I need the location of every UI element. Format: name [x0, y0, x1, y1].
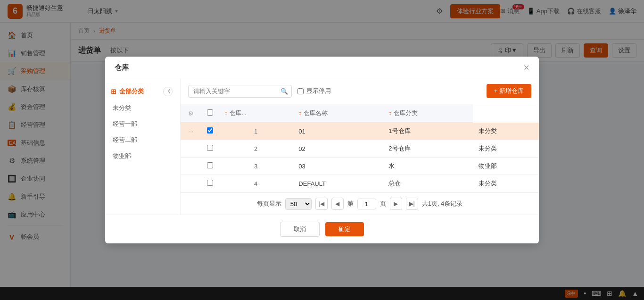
row-checkbox-2[interactable] — [207, 162, 213, 168]
row-num-3: 4 — [219, 175, 293, 192]
per-page-label: 每页显示 — [257, 200, 281, 208]
row-actions-2 — [181, 158, 201, 175]
row-num-0: 1 — [219, 123, 293, 140]
row-name-1: 2号仓库 — [383, 140, 473, 158]
col-name-header: ↕ 仓库名称 — [293, 104, 383, 123]
row-name-2: 水 — [383, 158, 473, 175]
row-check-3[interactable] — [201, 175, 219, 192]
grid-icon: ⊞ — [111, 88, 116, 95]
col-code-header: ↕ 仓库... — [219, 104, 293, 123]
modal-action-footer: 取消 确定 — [105, 215, 539, 243]
table-header-row: ⚙ ↕ 仓库... ↕ 仓库名称 — [181, 104, 539, 123]
row-code-2: 03 — [293, 158, 383, 175]
row-actions-1 — [181, 140, 201, 158]
next-page-btn[interactable]: ▶ — [390, 198, 402, 210]
col-category-label: 仓库分类 — [393, 109, 418, 117]
row-checkbox-3[interactable] — [207, 180, 213, 186]
sort-icon: ↕ — [224, 109, 228, 117]
col-name-sort-icon: ↕ — [298, 109, 302, 117]
modal-sidebar: ⊞ 全部分类 《 未分类 经营一部 经营二部 物业部 — [105, 78, 181, 215]
confirm-btn[interactable]: 确定 — [325, 222, 364, 236]
show-disabled-label: 显示停用 — [306, 87, 331, 95]
category-item-1[interactable]: 经营一部 — [105, 116, 180, 132]
row-checkbox-1[interactable] — [207, 145, 213, 151]
category-item-2[interactable]: 经营二部 — [105, 132, 180, 148]
row-code-0: 01 — [293, 123, 383, 140]
row-num-2: 3 — [219, 158, 293, 175]
total-info: 共1页, 4条记录 — [422, 200, 463, 208]
row-name-3: 总仓 — [383, 175, 473, 192]
collapse-btn[interactable]: 《 — [163, 87, 173, 96]
search-icon[interactable]: 🔍 — [281, 88, 288, 95]
show-disabled-checkbox[interactable]: 显示停用 — [297, 87, 331, 95]
category-label-2: 经营二部 — [113, 136, 137, 143]
cancel-btn[interactable]: 取消 — [280, 222, 320, 237]
row-name-0: 1号仓库 — [383, 123, 473, 140]
category-item-0[interactable]: 未分类 — [105, 100, 180, 116]
category-item-3[interactable]: 物业部 — [105, 148, 180, 164]
modal-content-area: 🔍 显示停用 + 新增仓库 ⚙ — [181, 78, 539, 215]
category-label-3: 物业部 — [113, 152, 131, 159]
gear-icon[interactable]: ⚙ — [188, 110, 194, 117]
table-row[interactable]: 3 03 水 物业部 — [181, 158, 539, 175]
all-category-item[interactable]: ⊞ 全部分类 《 — [105, 83, 180, 100]
page-number-input[interactable] — [357, 199, 376, 209]
row-category-3: 未分类 — [473, 175, 539, 192]
page-label: 第 — [347, 200, 354, 208]
modal-overlay[interactable]: 仓库 ✕ ⊞ 全部分类 《 未分类 经营一部 经营二部 — [0, 0, 644, 300]
modal-header: 仓库 ✕ — [105, 57, 539, 78]
col-category-header: ↕ 仓库分类 — [383, 104, 473, 123]
col-code-label: 仓库... — [229, 109, 247, 117]
row-check-0[interactable] — [201, 123, 219, 140]
search-input[interactable] — [188, 85, 292, 98]
table-row[interactable]: ··· 1 01 1号仓库 未分类 — [181, 123, 539, 140]
row-code-3: DEFAULT — [293, 175, 383, 192]
all-category-label: 全部分类 — [119, 87, 144, 96]
col-name-label: 仓库名称 — [303, 109, 328, 117]
add-warehouse-btn[interactable]: + 新增仓库 — [487, 84, 531, 98]
page-suffix: 页 — [380, 200, 386, 208]
modal-title: 仓库 — [115, 63, 129, 72]
search-wrap: 🔍 — [188, 85, 292, 98]
select-all-checkbox[interactable] — [207, 109, 213, 116]
category-label-0: 未分类 — [113, 104, 131, 111]
row-actions-3 — [181, 175, 201, 192]
row-check-1[interactable] — [201, 140, 219, 158]
row-check-2[interactable] — [201, 158, 219, 175]
row-actions-0: ··· — [181, 123, 201, 140]
row-num-1: 2 — [219, 140, 293, 158]
table-row[interactable]: 2 02 2号仓库 未分类 — [181, 140, 539, 158]
warehouse-modal: 仓库 ✕ ⊞ 全部分类 《 未分类 经营一部 经营二部 — [105, 57, 539, 243]
col-cat-sort-icon: ↕ — [388, 109, 392, 117]
col-gear: ⚙ — [181, 104, 201, 123]
row-checkbox-0[interactable] — [207, 127, 213, 133]
category-label-1: 经营一部 — [113, 120, 137, 127]
table-row[interactable]: 4 DEFAULT 总仓 未分类 — [181, 175, 539, 192]
modal-toolbar: 🔍 显示停用 + 新增仓库 — [181, 78, 539, 104]
first-page-btn[interactable]: |◀ — [315, 198, 328, 210]
last-page-btn[interactable]: ▶| — [406, 198, 418, 210]
col-checkbox — [201, 104, 219, 123]
per-page-select[interactable]: 50 20 100 — [285, 198, 312, 210]
row-category-2: 物业部 — [473, 158, 539, 175]
row-category-1: 未分类 — [473, 140, 539, 158]
row-code-1: 02 — [293, 140, 383, 158]
show-disabled-check[interactable] — [297, 88, 304, 94]
warehouse-table-wrap: ⚙ ↕ 仓库... ↕ 仓库名称 — [181, 104, 539, 192]
modal-close-btn[interactable]: ✕ — [523, 63, 529, 72]
row-category-0: 未分类 — [473, 123, 539, 140]
prev-page-btn[interactable]: ◀ — [331, 198, 344, 210]
warehouse-table: ⚙ ↕ 仓库... ↕ 仓库名称 — [181, 104, 539, 192]
modal-body: ⊞ 全部分类 《 未分类 经营一部 经营二部 物业部 — [105, 78, 539, 215]
pagination-bar: 每页显示 50 20 100 |◀ ◀ 第 页 ▶ ▶| 共1页, 4条记录 — [181, 192, 539, 215]
